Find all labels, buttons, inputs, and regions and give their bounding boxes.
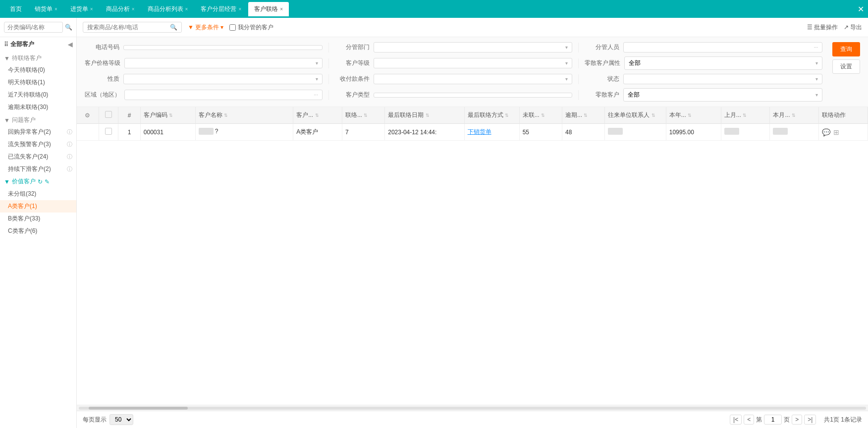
- sidebar-search-button[interactable]: 🔍: [65, 24, 72, 31]
- sort-icon-type[interactable]: ⇅: [315, 113, 319, 118]
- th-code[interactable]: 客户编码 ⇅: [140, 107, 195, 124]
- filter-search-icon[interactable]: 🔍: [170, 24, 177, 31]
- sort-icon-last-method[interactable]: ⇅: [505, 113, 509, 118]
- nav-tab-customer-contact[interactable]: 客户联络 ×: [248, 2, 289, 16]
- sort-icon-overdue[interactable]: ⇅: [584, 113, 588, 118]
- td-check[interactable]: [99, 124, 118, 141]
- sidebar-search-input[interactable]: [4, 22, 63, 33]
- status-input[interactable]: ▾: [623, 74, 822, 84]
- nav-tab-analysis-list[interactable]: 商品分析列表 ×: [142, 2, 194, 16]
- info-icon-4: ⓘ: [67, 165, 72, 173]
- advanced-filter: 电话号码 分管部门 ▾ 分管人员: [77, 37, 868, 107]
- sidebar-item-7days[interactable]: 近7天待联络(0): [0, 89, 76, 101]
- gear-icon[interactable]: ⚙: [85, 112, 90, 119]
- sort-icon-contact[interactable]: ⇅: [364, 113, 368, 118]
- current-page-input[interactable]: [764, 415, 782, 425]
- nav-tab-customer-contact-close[interactable]: ×: [280, 6, 283, 12]
- area-input[interactable]: ···: [124, 90, 323, 100]
- sort-icon-name[interactable]: ⇅: [224, 113, 228, 118]
- th-last-month[interactable]: 上月... ⇅: [721, 107, 770, 124]
- phone-input[interactable]: [123, 45, 323, 50]
- row-checkbox[interactable]: [105, 128, 112, 135]
- td-last-method[interactable]: 下销货单: [464, 124, 519, 141]
- window-close-button[interactable]: ✕: [858, 4, 864, 14]
- nav-tab-analysis[interactable]: 商品分析 ×: [100, 2, 141, 16]
- sort-icon-company-contact[interactable]: ⇅: [651, 113, 655, 118]
- th-contact[interactable]: 联络... ⇅: [342, 107, 384, 124]
- my-customers-checkbox[interactable]: [229, 24, 236, 31]
- nav-tab-sales[interactable]: 销货单 ×: [29, 2, 63, 16]
- chat-icon[interactable]: 💬: [822, 128, 830, 136]
- sort-icon-last-month[interactable]: ⇅: [743, 113, 747, 118]
- first-page-button[interactable]: |<: [730, 415, 742, 425]
- sort-icon-code[interactable]: ⇅: [169, 113, 173, 118]
- th-name[interactable]: 客户名称 ⇅: [195, 107, 293, 124]
- collapse-icon[interactable]: ◀: [68, 41, 72, 48]
- th-this-year[interactable]: 本年... ⇅: [666, 107, 721, 124]
- sidebar-item-tomorrow[interactable]: 明天待联络(1): [0, 76, 76, 89]
- sort-icon-this-year[interactable]: ⇅: [688, 113, 692, 118]
- scrollbar-thumb[interactable]: [89, 407, 188, 410]
- page-size-select[interactable]: 50: [109, 414, 133, 425]
- last-method-link[interactable]: 下销货单: [468, 128, 491, 135]
- select-all-checkbox[interactable]: [105, 111, 112, 118]
- nav-tab-analysis-close[interactable]: ×: [132, 6, 135, 12]
- sidebar-item-class-b[interactable]: B类客户(33): [0, 213, 76, 225]
- th-overdue[interactable]: 逾期... ⇅: [562, 107, 605, 124]
- nav-tab-analysis-list-close[interactable]: ×: [185, 6, 188, 12]
- sidebar-item-class-a[interactable]: A类客户(1): [0, 200, 76, 213]
- sidebar-item-class-c[interactable]: C类客户(6): [0, 225, 76, 237]
- th-this-month[interactable]: 本月... ⇅: [770, 107, 819, 124]
- sort-icon-last-date[interactable]: ⇅: [426, 113, 430, 118]
- th-not-contacted[interactable]: 未联... ⇅: [519, 107, 562, 124]
- nav-tab-customer-tier-label: 客户分层经营: [201, 5, 236, 13]
- nav-tab-purchase-close[interactable]: ×: [90, 6, 93, 12]
- qr-icon[interactable]: ⊞: [833, 128, 839, 136]
- query-button[interactable]: 查询: [832, 42, 860, 56]
- nature-input[interactable]: ▾: [123, 74, 323, 84]
- sidebar-item-overdue[interactable]: 逾期未联络(30): [0, 101, 76, 113]
- sidebar-item-abnormal-repurchase[interactable]: 回购异常客户(2) ⓘ: [0, 126, 76, 138]
- dept-input[interactable]: ▾: [374, 42, 573, 53]
- sort-icon-this-month[interactable]: ⇅: [792, 113, 796, 118]
- nav-tab-purchase[interactable]: 进货单 ×: [64, 2, 99, 16]
- next-page-button[interactable]: >: [792, 415, 802, 425]
- edit-icon[interactable]: ✎: [45, 178, 50, 185]
- filter-more-conditions[interactable]: ▼ 更多条件 ▾: [188, 23, 223, 32]
- sidebar-item-churned[interactable]: 已流失客户(24) ⓘ: [0, 151, 76, 163]
- sort-icon-not-contacted[interactable]: ⇅: [541, 113, 545, 118]
- retail-attr-input[interactable]: 全部 ▾: [624, 56, 822, 70]
- sidebar-item-today[interactable]: 今天待联络(0): [0, 64, 76, 76]
- th-company-contact[interactable]: 往来单位联系人 ⇅: [605, 107, 666, 124]
- settings-button[interactable]: 设置: [832, 59, 860, 74]
- th-last-date[interactable]: 最后联络日期 ⇅: [385, 107, 464, 124]
- th-type[interactable]: 客户... ⇅: [293, 107, 342, 124]
- customer-level-input[interactable]: ▾: [374, 58, 573, 68]
- refresh-icon[interactable]: ↻: [38, 178, 43, 185]
- person-input[interactable]: ···: [623, 42, 822, 53]
- sidebar-all-customers[interactable]: ⠿ 全部客户 ◀: [0, 37, 76, 52]
- prev-page-button[interactable]: <: [744, 415, 754, 425]
- last-page-button[interactable]: >|: [804, 415, 816, 425]
- payment-input[interactable]: ▾: [374, 74, 573, 84]
- batch-ops-button[interactable]: ☰ 批量操作: [807, 23, 838, 32]
- horizontal-scrollbar[interactable]: [77, 405, 868, 411]
- sidebar-item-declining[interactable]: 持续下滑客户(2) ⓘ: [0, 163, 76, 175]
- scrollbar-track[interactable]: [79, 407, 866, 410]
- th-last-method-label: 最后联络方式: [468, 111, 503, 118]
- nav-tab-customer-tier[interactable]: 客户分层经营 ×: [195, 2, 247, 16]
- th-last-method[interactable]: 最后联络方式 ⇅: [464, 107, 519, 124]
- customer-type-input[interactable]: [374, 93, 573, 98]
- nav-home[interactable]: 首页: [4, 2, 28, 16]
- th-check[interactable]: [99, 107, 118, 124]
- filter-search-input[interactable]: [87, 24, 170, 31]
- my-customers-filter[interactable]: 我分管的客户: [229, 23, 273, 32]
- export-button[interactable]: ↗ 导出: [844, 23, 862, 32]
- sidebar-item-ungrouped[interactable]: 未分组(32): [0, 188, 76, 200]
- nav-tab-sales-close[interactable]: ×: [54, 6, 57, 12]
- retail-input[interactable]: 全部 ▾: [623, 88, 822, 102]
- th-settings[interactable]: ⚙: [77, 107, 99, 124]
- sidebar-item-churn-warning[interactable]: 流失预警客户(3) ⓘ: [0, 138, 76, 151]
- nav-tab-customer-tier-close[interactable]: ×: [238, 6, 241, 12]
- price-level-input[interactable]: ▾: [124, 58, 323, 68]
